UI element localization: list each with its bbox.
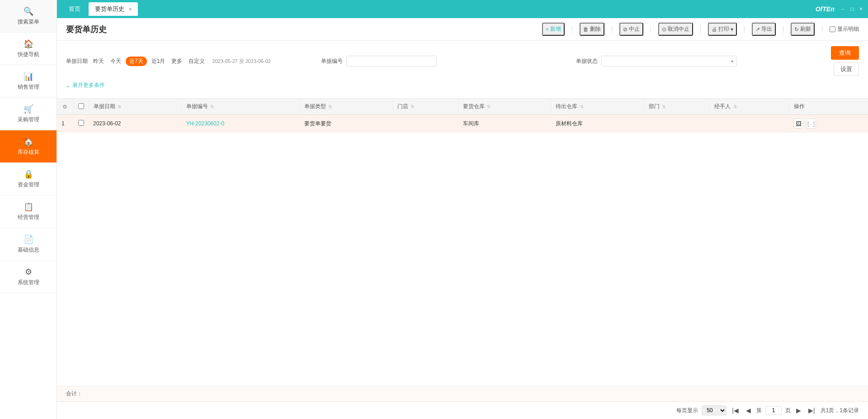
stop-button[interactable]: ⊘ 中止 bbox=[619, 23, 643, 36]
th-handler: 经手人 ⇅ bbox=[710, 99, 789, 115]
status-filter-label: 单据状态 bbox=[576, 57, 598, 65]
date-shortcut-7days[interactable]: 近7天 bbox=[126, 57, 147, 66]
restore-btn[interactable]: □ bbox=[851, 6, 854, 12]
delete-button[interactable]: 🗑 删除 bbox=[580, 23, 604, 36]
tab-home[interactable]: 首页 bbox=[62, 2, 87, 16]
sort-icon-doc-date[interactable]: ⇅ bbox=[118, 104, 121, 109]
row-more-btn[interactable]: ⋮⋮ bbox=[806, 119, 816, 129]
docno-input[interactable] bbox=[346, 56, 437, 67]
sidebar-item-operations[interactable]: 📋 经营管理 bbox=[0, 195, 57, 228]
stop-label: 中止 bbox=[629, 25, 640, 33]
refresh-button[interactable]: ↻ 刷新 bbox=[791, 23, 815, 36]
status-select[interactable] bbox=[601, 56, 737, 67]
sidebar-item-label: 搜索菜单 bbox=[18, 18, 39, 26]
sort-icon-req-warehouse[interactable]: ⇅ bbox=[487, 104, 491, 109]
prev-page-btn[interactable]: ◀ bbox=[744, 406, 753, 415]
th-doc-no: 单据编号 ⇅ bbox=[181, 99, 299, 115]
table-checkbox-th bbox=[73, 99, 89, 115]
sidebar-item-basic-info[interactable]: 📄 基础信息 bbox=[0, 228, 57, 261]
sidebar-item-sales[interactable]: 📊 销售管理 bbox=[0, 65, 57, 98]
refresh-icon: ↻ bbox=[794, 26, 799, 33]
gear-icon: ⚙ bbox=[25, 267, 32, 277]
sidebar-item-label: 资金管理 bbox=[18, 181, 39, 189]
row-operations: 🖼 ⋮⋮ bbox=[789, 115, 868, 133]
th-store: 门店 ⇅ bbox=[392, 99, 458, 115]
new-button[interactable]: + 新增 bbox=[542, 23, 565, 36]
date-filter-label: 单据日期 bbox=[66, 57, 88, 65]
cancel-stop-icon: ⊙ bbox=[662, 26, 666, 33]
table-settings-th[interactable]: ⚙ bbox=[57, 99, 73, 115]
th-handler-label: 经手人 bbox=[714, 103, 731, 110]
date-shortcut-yesterday[interactable]: 昨天 bbox=[91, 57, 106, 66]
row-department bbox=[644, 115, 710, 133]
tab-close-icon[interactable]: × bbox=[129, 6, 132, 12]
row-view-btn[interactable]: 🖼 bbox=[793, 119, 803, 129]
docno-filter-group: 单据编号 bbox=[321, 56, 567, 67]
export-button[interactable]: ↗ 导出 bbox=[752, 23, 776, 36]
first-page-btn[interactable]: |◀ bbox=[730, 406, 741, 415]
total-records: 共1页，1条记录 bbox=[821, 407, 859, 414]
page-input[interactable] bbox=[765, 406, 782, 415]
th-doc-no-label: 单据编号 bbox=[186, 103, 208, 110]
row-req-warehouse: 车间库 bbox=[458, 115, 551, 133]
date-shortcut-custom[interactable]: 自定义 bbox=[187, 57, 207, 66]
expand-more-label: 展开更多条件 bbox=[72, 81, 105, 89]
lock-icon: 🔒 bbox=[24, 169, 33, 179]
sort-icon-store[interactable]: ⇅ bbox=[410, 104, 414, 109]
expand-arrow-icon: ⌄ bbox=[66, 82, 71, 89]
row-doc-type: 要货单要货 bbox=[300, 115, 392, 133]
sort-icon-pending-warehouse[interactable]: ⇅ bbox=[580, 104, 584, 109]
sidebar-item-purchase[interactable]: 🛒 采购管理 bbox=[0, 98, 57, 130]
home-icon: 🏠 bbox=[24, 39, 33, 49]
sidebar-item-inventory[interactable]: 🏠 库存核算 bbox=[0, 130, 57, 163]
select-all-checkbox[interactable] bbox=[78, 103, 84, 109]
sort-icon-handler[interactable]: ⇅ bbox=[733, 104, 737, 109]
divider bbox=[572, 26, 572, 33]
next-page-btn[interactable]: ▶ bbox=[794, 406, 803, 415]
sort-icon-department[interactable]: ⇅ bbox=[662, 104, 665, 109]
settings-button[interactable]: 设置 bbox=[834, 62, 859, 76]
plus-icon: + bbox=[546, 26, 549, 33]
expand-more-btn[interactable]: ⌄ 展开更多条件 bbox=[66, 80, 105, 91]
per-page-label: 每页显示 bbox=[676, 407, 698, 414]
last-page-btn[interactable]: ▶| bbox=[807, 406, 817, 415]
divider bbox=[822, 26, 822, 33]
date-shortcut-more[interactable]: 更多 bbox=[170, 57, 184, 66]
page-label: 页 bbox=[785, 407, 791, 414]
row-checkbox[interactable] bbox=[78, 120, 84, 126]
sidebar-item-search[interactable]: 🔍 搜索菜单 bbox=[0, 0, 57, 33]
refresh-label: 刷新 bbox=[800, 25, 811, 33]
doc-no-link[interactable]: YH-20230602-0 bbox=[186, 120, 224, 127]
minimize-btn[interactable]: － bbox=[840, 5, 845, 13]
date-range-display: 2023-05-27 至 2023-06-02 bbox=[212, 58, 271, 65]
th-operations-label: 操作 bbox=[794, 103, 805, 110]
date-shortcut-today[interactable]: 今天 bbox=[108, 57, 123, 66]
docno-filter-label: 单据编号 bbox=[321, 57, 343, 65]
sort-icon-doc-type[interactable]: ⇅ bbox=[328, 104, 332, 109]
tab-requisition-history[interactable]: 要货单历史 × bbox=[89, 2, 138, 16]
print-button[interactable]: 🖨 打印 ▾ bbox=[708, 23, 737, 36]
close-btn[interactable]: × bbox=[859, 6, 863, 12]
sidebar-item-system[interactable]: ⚙ 系统管理 bbox=[0, 261, 57, 293]
stop-icon: ⊘ bbox=[623, 26, 627, 33]
filter-actions: 查询 设置 bbox=[831, 46, 859, 76]
table-row: 1 2023-06-02 YH-20230602-0 要货单要货 车间库 原材料… bbox=[57, 115, 868, 133]
sort-icon-doc-no[interactable]: ⇅ bbox=[210, 104, 214, 109]
row-handler bbox=[710, 115, 789, 133]
show-detail-input[interactable] bbox=[830, 26, 835, 32]
row-index: 1 bbox=[57, 115, 73, 133]
filter-row-1: 单据日期 昨天 今天 近7天 近1月 更多 自定义 2023-05-27 至 2… bbox=[66, 46, 859, 76]
topbar-right: OfTEn － □ × bbox=[816, 5, 863, 13]
new-label: 新增 bbox=[550, 25, 561, 33]
per-page-select[interactable]: 50 100 bbox=[702, 405, 726, 415]
sidebar-item-finance[interactable]: 🔒 资金管理 bbox=[0, 163, 57, 195]
sidebar-item-label: 经营管理 bbox=[18, 214, 39, 221]
divider bbox=[700, 26, 701, 33]
query-button[interactable]: 查询 bbox=[831, 46, 859, 60]
cancel-stop-button[interactable]: ⊙ 取消中止 bbox=[658, 23, 693, 36]
date-shortcut-1month[interactable]: 近1月 bbox=[150, 57, 167, 66]
sidebar-item-quick-nav[interactable]: 🏠 快捷导航 bbox=[0, 33, 57, 65]
data-table: ⚙ 单据日期 ⇅ 单据编号 ⇅ 单据类型 ⇅ bbox=[57, 99, 868, 133]
show-detail-checkbox[interactable]: 显示明细 bbox=[830, 25, 859, 33]
row-checkbox-cell bbox=[73, 115, 89, 133]
